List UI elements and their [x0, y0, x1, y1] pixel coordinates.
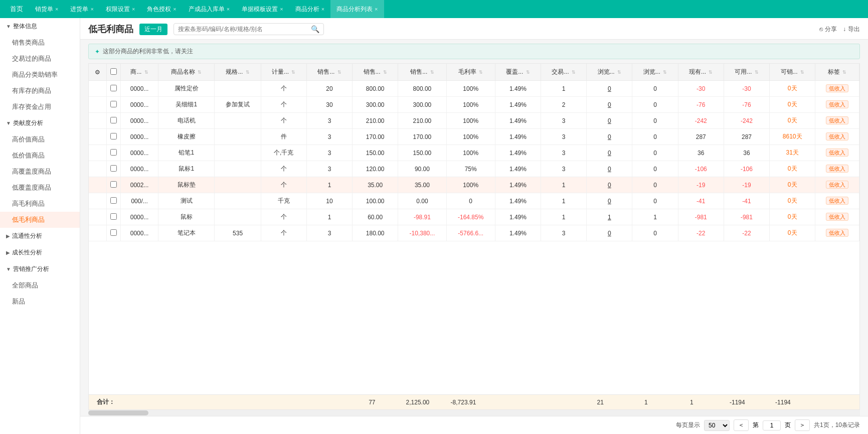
sidebar-item-high-value[interactable]: 高价值商品	[0, 131, 80, 148]
nav-home[interactable]: 首页	[4, 0, 29, 18]
sidebar-item-all-products[interactable]: 全部商品	[0, 277, 80, 294]
row-sales-qty-3: 3	[306, 129, 352, 145]
col-spec[interactable]: 规格... ⇅	[215, 64, 261, 81]
share-button[interactable]: ⎋ 分享	[819, 25, 837, 34]
sidebar-item-new-products[interactable]: 新品	[0, 294, 80, 310]
sidebar-item-high-coverage[interactable]: 高覆盖度商品	[0, 164, 80, 180]
sidebar-item-capital[interactable]: 库存资金占用	[0, 99, 80, 115]
row-checkbox-1[interactable]	[107, 97, 121, 113]
row-view1-6[interactable]: 0	[587, 177, 632, 193]
data-table-container[interactable]: ⚙ 商... ⇅ 商品名称 ⇅ 规格... ⇅ 计量... ⇅ 销售... ⇅ …	[88, 63, 860, 395]
table-row: 0000... 属性定价 个 20 800.00 800.00 100% 1.4…	[89, 81, 859, 97]
nav-product-analysis-list[interactable]: 商品分析列表 ×	[330, 0, 384, 18]
row-view1-1[interactable]: 0	[587, 97, 632, 113]
nav-sales-order[interactable]: 销货单 ×	[29, 0, 64, 18]
page-size-select[interactable]: 50 20 100	[704, 420, 730, 431]
col-current-stock[interactable]: 现有... ⇅	[678, 64, 724, 81]
search-icon[interactable]: 🔍	[311, 25, 319, 33]
sidebar-item-low-coverage[interactable]: 低覆盖度商品	[0, 180, 80, 196]
col-sales-profit[interactable]: 销售... ⇅	[398, 64, 446, 81]
sidebar-group-growth[interactable]: ▶ 成长性分析	[0, 244, 80, 261]
col-sales-amount[interactable]: 销售... ⇅	[353, 64, 398, 81]
sidebar-item-low-margin[interactable]: 低毛利商品	[0, 212, 80, 228]
sidebar-group-marketing[interactable]: ▼ 营销推广分析	[0, 261, 80, 277]
row-view1-7[interactable]: 0	[587, 193, 632, 209]
col-sales-qty[interactable]: 销售... ⇅	[306, 64, 352, 81]
sidebar-group-contribution[interactable]: ▼ 类献度分析	[0, 115, 80, 131]
scrollbar-thumb[interactable]	[88, 410, 148, 415]
col-view1[interactable]: 浏览... ⇅	[587, 64, 632, 81]
nav-close-template[interactable]: ×	[280, 6, 283, 12]
nav-close-purchase-order[interactable]: ×	[90, 6, 93, 12]
sidebar-item-category-rate[interactable]: 商品分类助销率	[0, 67, 80, 83]
row-settings-4	[89, 145, 107, 161]
nav-product-analysis[interactable]: 商品分析 ×	[289, 0, 330, 18]
nav-close-product-analysis[interactable]: ×	[321, 6, 324, 12]
row-sales-qty-5: 3	[306, 161, 352, 177]
row-view1-9[interactable]: 0	[587, 225, 632, 241]
row-view1-2[interactable]: 0	[587, 113, 632, 129]
nav-close-permission[interactable]: ×	[132, 6, 135, 12]
footer-total-sales-qty: 77	[349, 399, 395, 406]
col-settings[interactable]: ⚙	[89, 64, 107, 81]
row-checkbox-2[interactable]	[107, 113, 121, 129]
sidebar-item-low-value[interactable]: 低价值商品	[0, 148, 80, 164]
col-unit[interactable]: 计量... ⇅	[261, 64, 306, 81]
horizontal-scrollbar[interactable]	[88, 410, 860, 416]
col-tag[interactable]: 标签 ⇅	[815, 64, 859, 81]
row-sales-profit-9: -10,380...	[398, 225, 446, 241]
row-checkbox-9[interactable]	[107, 225, 121, 241]
time-filter-button[interactable]: 近一月	[139, 24, 167, 35]
row-view1-5[interactable]: 0	[587, 161, 632, 177]
row-coverage-8: 1.49%	[495, 209, 541, 225]
row-view2-9: 0	[632, 225, 678, 241]
row-available-stock-3: 287	[724, 129, 769, 145]
nav-role-auth[interactable]: 角色授权 ×	[141, 0, 182, 18]
select-all-checkbox[interactable]	[110, 68, 117, 75]
row-sales-profit-4: 150.00	[398, 145, 446, 161]
col-gross-margin[interactable]: 毛利率 ⇅	[446, 64, 495, 81]
row-checkbox-5[interactable]	[107, 161, 121, 177]
col-sellable-days[interactable]: 可销... ⇅	[770, 64, 815, 81]
row-coverage-1: 1.49%	[495, 97, 541, 113]
row-checkbox-8[interactable]	[107, 209, 121, 225]
sidebar-item-high-margin[interactable]: 高毛利商品	[0, 196, 80, 212]
prev-page-button[interactable]: ＜	[734, 419, 749, 431]
nav-close-role-auth[interactable]: ×	[173, 6, 176, 12]
col-coverage[interactable]: 覆盖... ⇅	[495, 64, 541, 81]
row-checkbox-3[interactable]	[107, 129, 121, 145]
col-available-stock[interactable]: 可用... ⇅	[724, 64, 769, 81]
nav-close-product-analysis-list[interactable]: ×	[375, 6, 378, 12]
nav-purchase-order[interactable]: 进货单 ×	[64, 0, 99, 18]
page-number-input[interactable]	[763, 420, 781, 430]
row-view1-8[interactable]: 1	[587, 209, 632, 225]
nav-close-sales-order[interactable]: ×	[55, 6, 58, 12]
row-view1-4[interactable]: 0	[587, 145, 632, 161]
nav-permission-settings[interactable]: 权限设置 ×	[100, 0, 141, 18]
nav-template-settings[interactable]: 单据模板设置 ×	[236, 0, 289, 18]
sidebar-item-in-stock[interactable]: 有库存的商品	[0, 83, 80, 99]
search-input[interactable]	[178, 26, 311, 33]
export-button[interactable]: ↓ 导出	[843, 25, 860, 34]
row-view1-0[interactable]: 0	[587, 81, 632, 97]
row-checkbox-6[interactable]	[107, 177, 121, 193]
next-page-button[interactable]: ＞	[795, 419, 810, 431]
sidebar-item-traded-products[interactable]: 交易过的商品	[0, 51, 80, 67]
row-settings-9	[89, 225, 107, 241]
sidebar-group-liquidity[interactable]: ▶ 流通性分析	[0, 228, 80, 244]
col-trade-count[interactable]: 交易... ⇅	[541, 64, 587, 81]
row-checkbox-0[interactable]	[107, 81, 121, 97]
col-view2[interactable]: 浏览... ⇅	[632, 64, 678, 81]
col-checkbox-all[interactable]	[107, 64, 121, 81]
row-current-stock-9: -22	[678, 225, 724, 241]
row-view1-3[interactable]: 0	[587, 129, 632, 145]
nav-close-product-warehouse[interactable]: ×	[227, 6, 230, 12]
sidebar-item-sales-products[interactable]: 销售类商品	[0, 35, 80, 51]
col-name[interactable]: 商品名称 ⇅	[158, 64, 215, 81]
nav-product-warehouse[interactable]: 产成品入库单 ×	[183, 0, 236, 18]
row-checkbox-4[interactable]	[107, 145, 121, 161]
row-checkbox-7[interactable]	[107, 193, 121, 209]
row-available-stock-6: -19	[724, 177, 769, 193]
sidebar-group-overall[interactable]: ▼ 整体信息	[0, 18, 80, 35]
col-code[interactable]: 商... ⇅	[121, 64, 158, 81]
